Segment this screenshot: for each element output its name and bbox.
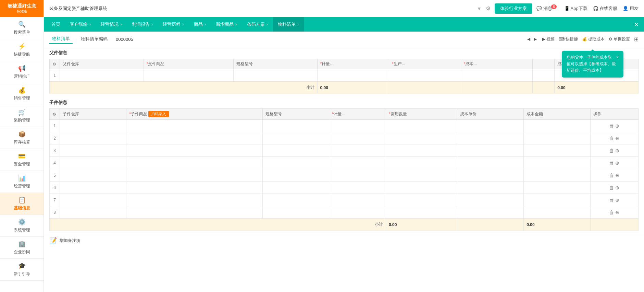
- child-spec-6[interactable]: [262, 182, 329, 194]
- child-cost-amount-6[interactable]: [524, 182, 590, 194]
- app-download-item[interactable]: 📱 App下载: [564, 5, 587, 12]
- copy-icon-2[interactable]: ⊕: [615, 136, 619, 141]
- tooltip-close-icon[interactable]: ×: [616, 54, 619, 61]
- child-qty-unit-3[interactable]: [329, 144, 386, 157]
- delete-icon-3[interactable]: 🗑: [609, 148, 614, 153]
- sidebar-item-sales[interactable]: 💰销售管理: [0, 83, 44, 105]
- sidebar-item-basic[interactable]: 📋基础信息: [0, 193, 44, 215]
- child-qty-unit-8[interactable]: [329, 206, 386, 219]
- child-warehouse-6[interactable]: [60, 182, 126, 194]
- navtab-3[interactable]: 经营历程 ×: [158, 17, 189, 32]
- child-goods-6[interactable]: [126, 182, 262, 194]
- child-qty-unit-2[interactable]: [329, 132, 386, 144]
- navtab-6[interactable]: 条码方案 ×: [242, 17, 273, 32]
- child-warehouse-3[interactable]: [60, 144, 126, 157]
- child-warehouse-8[interactable]: [60, 206, 126, 219]
- child-cost-unit-1[interactable]: [457, 120, 524, 132]
- copy-icon-4[interactable]: ⊕: [615, 160, 619, 166]
- child-req-qty-1[interactable]: [386, 120, 457, 132]
- view-action[interactable]: ▶ 视频: [542, 36, 555, 42]
- close-all-tabs-icon[interactable]: ✕: [631, 21, 641, 28]
- child-cost-amount-2[interactable]: [524, 132, 590, 144]
- layout-grid-icon[interactable]: ⊞: [634, 36, 639, 43]
- add-note-label[interactable]: 增加备注项: [60, 238, 80, 244]
- child-spec-4[interactable]: [262, 157, 329, 169]
- child-cost-unit-6[interactable]: [457, 182, 524, 194]
- nav-next-icon[interactable]: ▶: [532, 36, 538, 42]
- parent-produce-cell[interactable]: [389, 69, 461, 82]
- child-cost-amount-7[interactable]: [524, 194, 590, 206]
- message-item[interactable]: 💬 消息 6: [536, 5, 559, 12]
- child-cost-unit-2[interactable]: [457, 132, 524, 144]
- navtab-4[interactable]: 商品 ×: [189, 17, 211, 32]
- navtab-1[interactable]: 经营情况 ×: [96, 17, 127, 32]
- sidebar-item-marketing[interactable]: 📢营销推广: [0, 61, 44, 83]
- delete-icon-6[interactable]: 🗑: [609, 185, 614, 190]
- nav-prev-icon[interactable]: ◀: [526, 36, 532, 42]
- copy-icon-5[interactable]: ⊕: [615, 173, 619, 178]
- delete-icon-7[interactable]: 🗑: [609, 197, 614, 203]
- child-warehouse-5[interactable]: [60, 169, 126, 182]
- child-cost-unit-5[interactable]: [457, 169, 524, 182]
- copy-icon-6[interactable]: ⊕: [615, 185, 619, 190]
- child-req-qty-6[interactable]: [386, 182, 457, 194]
- experience-button[interactable]: 体验行业方案: [495, 3, 532, 14]
- child-qty-unit-1[interactable]: [329, 120, 386, 132]
- navtab-7[interactable]: 物料清单 ×: [273, 17, 304, 32]
- child-cost-amount-5[interactable]: [524, 169, 590, 182]
- sidebar-item-system[interactable]: ⚙️系统管理: [0, 215, 44, 237]
- copy-icon-3[interactable]: ⊕: [615, 148, 619, 153]
- navtab-close-0[interactable]: ×: [89, 22, 91, 26]
- settings-icon[interactable]: ⚙: [486, 5, 491, 12]
- child-req-qty-3[interactable]: [386, 144, 457, 157]
- child-cost-unit-4[interactable]: [457, 157, 524, 169]
- scan-input-button[interactable]: 扫码录入: [148, 111, 169, 117]
- delete-icon-1[interactable]: 🗑: [609, 123, 614, 129]
- child-settings-icon[interactable]: ⚙: [52, 112, 56, 117]
- child-spec-7[interactable]: [262, 194, 329, 206]
- sidebar-item-inventory[interactable]: 📦库存核算: [0, 127, 44, 149]
- child-req-qty-7[interactable]: [386, 194, 457, 206]
- child-cost-amount-8[interactable]: [524, 206, 590, 219]
- child-goods-5[interactable]: [126, 169, 262, 182]
- child-req-qty-4[interactable]: [386, 157, 457, 169]
- add-note-icon[interactable]: 📝: [49, 237, 57, 244]
- sidebar-item-finance[interactable]: 💳资金管理: [0, 149, 44, 171]
- parent-spec-cell[interactable]: [233, 69, 317, 82]
- parent-goods-cell[interactable]: [144, 69, 233, 82]
- navtab-close-5[interactable]: ×: [235, 22, 237, 26]
- navtab-close-4[interactable]: ×: [204, 22, 206, 26]
- sidebar-item-purchase[interactable]: 🛒采购管理: [0, 105, 44, 127]
- system-dropdown-icon[interactable]: ▼: [477, 6, 482, 11]
- child-warehouse-4[interactable]: [60, 157, 126, 169]
- copy-icon-8[interactable]: ⊕: [615, 210, 619, 215]
- child-cost-unit-3[interactable]: [457, 144, 524, 157]
- user-item[interactable]: 👤 用友: [623, 5, 639, 12]
- child-cost-amount-4[interactable]: [524, 157, 590, 169]
- child-spec-1[interactable]: [262, 120, 329, 132]
- child-goods-2[interactable]: [126, 132, 262, 144]
- sidebar-item-operation[interactable]: 📊经营管理: [0, 171, 44, 193]
- navtab-close-2[interactable]: ×: [151, 22, 153, 26]
- child-goods-7[interactable]: [126, 194, 262, 206]
- copy-icon-1[interactable]: ⊕: [615, 123, 619, 129]
- delete-icon-5[interactable]: 🗑: [609, 173, 614, 178]
- child-cost-amount-1[interactable]: [524, 120, 590, 132]
- sidebar-item-enterprise[interactable]: 🏢企业协同: [0, 237, 44, 259]
- tab-home[interactable]: 首页: [47, 17, 65, 32]
- navtab-close-7[interactable]: ×: [297, 22, 299, 26]
- child-spec-2[interactable]: [262, 132, 329, 144]
- sidebar-item-quick-nav[interactable]: ⚡快捷导航: [0, 39, 44, 61]
- copy-icon-7[interactable]: ⊕: [615, 197, 619, 203]
- navtab-0[interactable]: 客户联络 ×: [65, 17, 96, 32]
- child-goods-3[interactable]: [126, 144, 262, 157]
- child-cost-unit-8[interactable]: [457, 206, 524, 219]
- child-cost-amount-3[interactable]: [524, 144, 590, 157]
- child-warehouse-1[interactable]: [60, 120, 126, 132]
- navtab-close-3[interactable]: ×: [182, 22, 184, 26]
- navtab-close-6[interactable]: ×: [266, 22, 268, 26]
- delete-icon-4[interactable]: 🗑: [609, 160, 614, 166]
- online-service-item[interactable]: 🎧 在线客服: [593, 5, 618, 12]
- sidebar-item-guide[interactable]: 🎓新手引导: [0, 259, 44, 281]
- child-spec-8[interactable]: [262, 206, 329, 219]
